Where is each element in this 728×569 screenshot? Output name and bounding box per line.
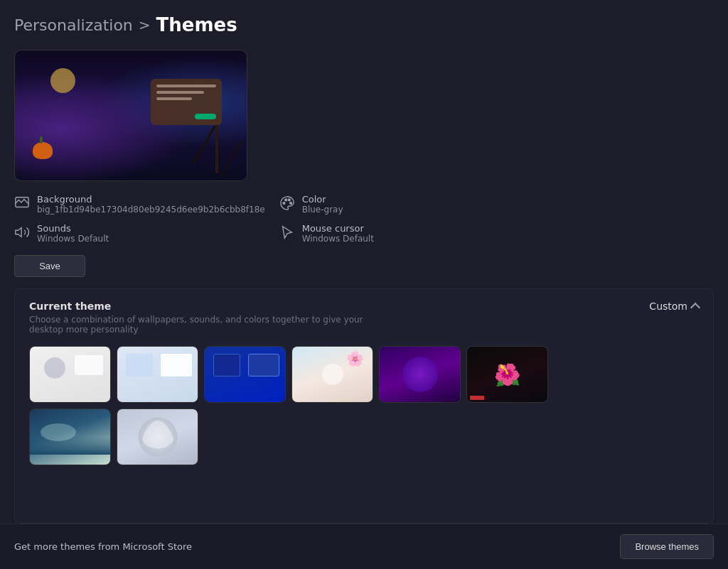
background-icon (14, 195, 30, 211)
theme-card-white[interactable] (29, 346, 111, 403)
taskbar-btn (295, 396, 309, 400)
themes-grid: 🌸 🌺 (29, 346, 699, 465)
color-icon (279, 195, 295, 211)
cherry-decoration: 🌸 (346, 350, 364, 367)
theme-card-dark-flower[interactable]: 🌺 (466, 346, 548, 403)
sounds-info[interactable]: Sounds Windows Default (14, 223, 265, 244)
sounds-value: Windows Default (37, 234, 109, 244)
theme-card-nature[interactable]: 🌸 (291, 346, 373, 403)
background-label: Background (37, 194, 265, 205)
theme-card-swirl[interactable] (117, 408, 198, 465)
theme-card-lake[interactable] (29, 408, 111, 465)
taskbar-nature (292, 394, 373, 402)
breadcrumb-current: Themes (156, 14, 237, 36)
theme-panel-header: Current theme Choose a combination of wa… (29, 300, 699, 335)
taskbar-btn (120, 396, 134, 400)
svg-point-2 (284, 199, 287, 201)
themes-row-2 (29, 408, 699, 465)
save-button[interactable]: Save (14, 255, 85, 277)
taskbar-swirl (117, 456, 198, 465)
custom-label: Custom (649, 300, 687, 312)
current-theme-panel: Current theme Choose a combination of wa… (14, 288, 714, 524)
taskbar-white (30, 394, 110, 402)
theme-card-purple[interactable] (379, 346, 461, 403)
color-info[interactable]: Color Blue-gray (279, 194, 441, 215)
theme-card-blue2[interactable] (204, 346, 286, 403)
theme-panel-title: Current theme (29, 300, 385, 312)
theme-panel-subtitle: Choose a combination of wallpapers, soun… (29, 315, 385, 335)
taskbar-purple (380, 394, 460, 402)
taskbar-btn (120, 458, 134, 462)
background-info[interactable]: Background big_1fb1d94be17304d80eb9245d6… (14, 194, 265, 215)
svg-point-1 (283, 202, 285, 205)
breadcrumb-separator: > (139, 16, 151, 33)
svg-marker-5 (16, 228, 21, 237)
taskbar-btn (208, 396, 222, 400)
taskbar-btn (33, 458, 47, 462)
taskbar-lake (30, 456, 110, 465)
bottom-text: Get more themes from Microsoft Store (14, 541, 192, 552)
taskbar-blue2 (205, 394, 285, 402)
bottom-bar: Get more themes from Microsoft Store Bro… (0, 524, 728, 569)
taskbar-btn (33, 396, 47, 400)
theme-card-blue1[interactable] (117, 346, 198, 403)
color-label: Color (302, 194, 343, 205)
taskbar-dark-flower (467, 394, 547, 402)
svg-point-4 (289, 202, 291, 205)
theme-panel-title-group: Current theme Choose a combination of wa… (29, 300, 385, 335)
svg-point-3 (288, 199, 290, 201)
taskbar-blue1 (117, 394, 198, 402)
breadcrumb: Personalization > Themes (14, 14, 714, 36)
theme-panel-custom-toggle[interactable]: Custom (649, 300, 699, 312)
taskbar-btn (382, 396, 397, 400)
info-row: Background big_1fb1d94be17304d80eb9245d6… (14, 194, 441, 244)
mouse-cursor-icon (279, 224, 295, 240)
breadcrumb-parent[interactable]: Personalization (14, 16, 133, 34)
flower-decoration: 🌺 (494, 362, 520, 387)
mouse-cursor-label: Mouse cursor (302, 223, 374, 234)
sounds-label: Sounds (37, 223, 109, 234)
chevron-up-icon (690, 302, 700, 312)
taskbar-btn (470, 396, 484, 400)
themes-row-1: 🌸 🌺 (29, 346, 699, 403)
mouse-cursor-value: Windows Default (302, 234, 374, 244)
color-value: Blue-gray (302, 205, 343, 215)
background-value: big_1fb1d94be17304d80eb9245d6ee9b2b6cbb8… (37, 205, 265, 215)
theme-preview-image (14, 50, 247, 181)
sounds-icon (14, 224, 30, 240)
browse-themes-button[interactable]: Browse themes (620, 534, 714, 559)
mouse-cursor-info[interactable]: Mouse cursor Windows Default (279, 223, 441, 244)
preview-section: Background big_1fb1d94be17304d80eb9245d6… (14, 50, 714, 277)
